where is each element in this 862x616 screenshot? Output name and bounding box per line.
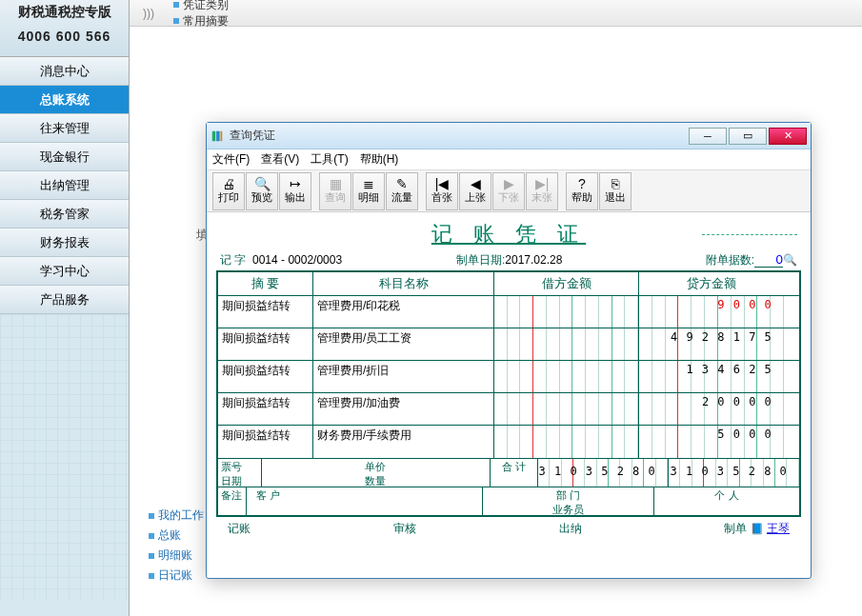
toolbar-exit-button[interactable]: ⎘退出 [599,172,631,210]
exit-icon: ⎘ [611,177,619,190]
cell-debit [494,393,639,425]
first-icon: |◀ [435,177,450,190]
cell-summary: 期间损益结转 [218,393,313,425]
bullet-icon [173,18,179,24]
prev-icon: ◀ [471,177,481,190]
menu-help[interactable]: 帮助(H) [360,151,399,168]
book-icon[interactable]: 📘 [751,523,764,534]
cell-debit [494,361,639,392]
preview-icon: 🔍 [254,177,271,190]
cell-debit [494,296,639,328]
bullet-icon [173,2,179,8]
cell-subject: 管理费用/加油费 [313,393,494,425]
toolbar-next-button: ▶下张 [492,172,525,210]
sidebar-item-8[interactable]: 产品服务 [0,286,129,314]
quick-link-0[interactable]: 我的工作 [149,507,204,524]
total-label: 合 计 [491,459,538,487]
grid-header-row: 摘 要 科目名称 借方金额 贷方金额 [218,272,799,296]
svg-rect-2 [221,130,223,141]
cell-subject: 管理费用/印花税 [313,296,494,328]
person-cell: 个 人 [654,487,799,515]
voucher-corner [702,214,797,235]
app-phone: 4006 600 566 [0,29,129,44]
bullet-icon [149,513,154,519]
quick-link-3[interactable]: 日记账 [149,567,204,584]
print-icon: 🖨 [222,177,235,190]
voucher-row[interactable]: 期间损益结转财务费用/手续费用5000 [218,426,799,458]
close-button[interactable]: ✕ [769,128,807,145]
voucher-number: 0014 - 0002/0003 [252,253,342,267]
quick-links: 我的工作总账明细账日记账 [149,507,204,587]
breadcrumb-chevron-icon: ))) [143,7,154,20]
cell-summary: 期间损益结转 [218,361,313,392]
voucher-row[interactable]: 期间损益结转管理费用/加油费20000 [218,393,799,426]
menu-view[interactable]: 查看(V) [261,151,299,168]
col-credit: 贷方金额 [639,272,784,295]
bullet-icon [149,573,154,579]
cell-summary: 期间损益结转 [218,426,313,458]
sidebar-item-4[interactable]: 出纳管理 [0,171,129,200]
app-brand: 财税通税控专版 [0,4,129,21]
quick-link-2[interactable]: 明细账 [149,547,204,564]
sidebar-item-7[interactable]: 学习中心 [0,257,129,286]
help-icon: ? [578,177,586,190]
cell-credit: 134625 [639,361,784,392]
topnav-item-1[interactable]: 凭证类别 [173,0,229,13]
menu-file[interactable]: 文件(F) [212,151,250,168]
menu-tool[interactable]: 工具(T) [311,151,348,168]
cell-subject: 管理费用/员工工资 [313,328,494,360]
cell-summary: 期间损益结转 [218,296,313,328]
toolbar-print-button[interactable]: 🖨打印 [212,172,245,210]
sig-cashier: 出纳 [559,521,582,537]
toolbar-detail-button[interactable]: ≣明细 [352,172,385,210]
sidebar-item-6[interactable]: 财务报表 [0,229,129,257]
maximize-button[interactable]: ▭ [729,128,767,145]
maker-name[interactable]: 王琴 [767,522,790,535]
col-subject: 科目名称 [313,272,494,295]
customer-cell: 客 户 [247,487,483,515]
export-icon: ↦ [290,177,301,190]
detail-icon: ≣ [363,177,374,190]
voucher-date-label: 制单日期: [456,253,505,267]
signature-row: 记账 审核 出纳 制单 📘 王琴 [216,517,801,539]
sidebar-item-3[interactable]: 现金银行 [0,143,129,171]
voucher-row[interactable]: 期间损益结转管理费用/折旧134625 [218,361,799,393]
attach-label: 附单据数: [706,253,754,267]
toolbar-export-button[interactable]: ↦输出 [279,172,311,210]
cell-credit: 4928175 [639,328,784,360]
cell-subject: 财务费用/手续费用 [313,426,494,458]
dept-biz: 部 门业务员 [483,487,654,515]
toolbar-last-button: ▶|末张 [526,172,558,210]
toolbar-query-button: ▦查询 [319,172,351,210]
minimize-button[interactable]: ─ [689,128,727,145]
magnifier-icon[interactable]: 🔍 [783,253,797,267]
toolbar-help-button[interactable]: ?帮助 [566,172,598,210]
last-icon: ▶| [535,177,550,190]
voucher-row[interactable]: 期间损益结转管理费用/印花税9000 [218,296,799,328]
toolbar-flow-button[interactable]: ✎流量 [386,172,418,210]
voucher-type-label: 记 字 [220,253,246,267]
sidebar-item-1[interactable]: 总账系统 [0,86,129,114]
toolbar-first-button[interactable]: |◀首张 [426,172,458,210]
titlebar[interactable]: 查询凭证 ─ ▭ ✕ [207,123,811,149]
dialog-title: 查询凭证 [230,128,687,144]
query-icon: ▦ [330,177,342,190]
cell-credit: 9000 [639,296,784,328]
total-credit: 31035280 [669,459,799,487]
cell-subject: 管理费用/折旧 [313,361,494,392]
sidebar-item-2[interactable]: 往来管理 [0,114,129,143]
total-debit: 31035280 [538,459,669,487]
sidebar-item-0[interactable]: 消息中心 [0,57,129,86]
bullet-icon [149,533,154,539]
toolbar-preview-button[interactable]: 🔍预览 [246,172,278,210]
sig-entry: 记账 [228,521,251,537]
sidebar-item-5[interactable]: 税务管家 [0,200,129,229]
grid-footer: 票号日期 单价数量 合 计 31035280 31035280 备注 客 户 部… [218,458,799,515]
cell-credit: 5000 [639,426,784,458]
toolbar-prev-button[interactable]: ◀上张 [459,172,491,210]
attach-count-input[interactable] [754,252,783,268]
svg-rect-1 [216,130,220,141]
ticket-mid: 单价数量 [262,459,491,487]
quick-link-1[interactable]: 总账 [149,527,204,544]
voucher-row[interactable]: 期间损益结转管理费用/员工工资4928175 [218,328,799,361]
